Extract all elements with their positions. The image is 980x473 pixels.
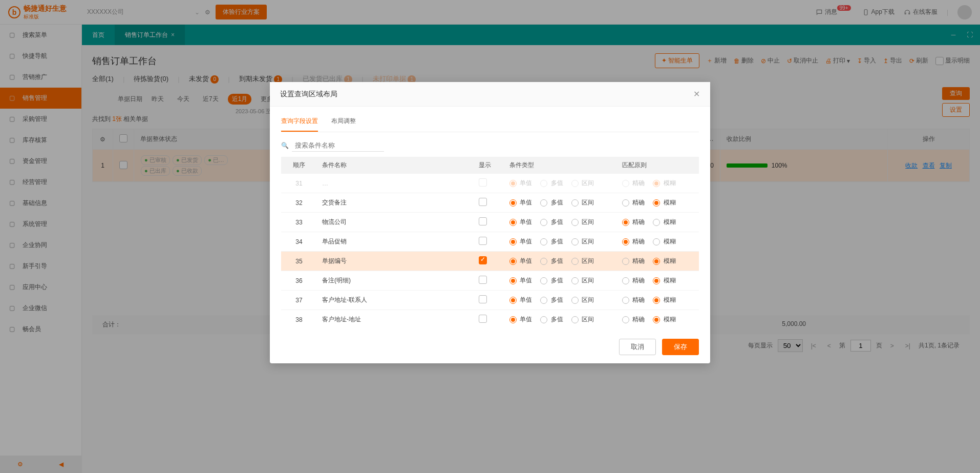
modal-title: 设置查询区域布局 [280,90,337,99]
show-toggle[interactable] [479,237,487,245]
show-toggle[interactable] [479,198,487,206]
config-row[interactable]: 34单品促销 单值 多值 区间 精确 模糊 [281,232,699,252]
show-toggle[interactable] [479,295,487,303]
modal-save-button[interactable]: 保存 [662,339,699,355]
config-table: 顺序 条件名称 显示 条件类型 匹配原则 [281,157,699,174]
show-toggle[interactable] [479,276,487,284]
config-row[interactable]: 37客户地址-联系人 单值 多值 区间 精确 模糊 [281,291,699,310]
config-row[interactable]: 32交货备注 单值 多值 区间 精确 模糊 [281,193,699,213]
show-toggle[interactable] [479,178,487,187]
search-icon: 🔍 [281,142,289,149]
modal-search-input[interactable] [292,139,384,152]
modal-close-icon[interactable]: ✕ [693,89,700,99]
query-layout-modal: 设置查询区域布局 ✕ 查询字段设置 布局调整 🔍 顺序 条件名称 显示 条件类型… [270,82,710,363]
show-toggle[interactable] [479,315,487,323]
show-toggle[interactable] [479,217,487,225]
modal-cancel-button[interactable]: 取消 [619,339,656,355]
config-row[interactable]: 38客户地址-地址 单值 多值 区间 精确 模糊 [281,310,699,328]
show-toggle[interactable] [479,256,487,264]
config-row[interactable]: 31… 单值 多值 区间 精确 模糊 [281,174,699,193]
config-row[interactable]: 36备注(明细) 单值 多值 区间 精确 模糊 [281,271,699,291]
config-row[interactable]: 35单据编号 单值 多值 区间 精确 模糊 [281,252,699,271]
config-row[interactable]: 33物流公司 单值 多值 区间 精确 模糊 [281,213,699,232]
modal-mask[interactable]: 设置查询区域布局 ✕ 查询字段设置 布局调整 🔍 顺序 条件名称 显示 条件类型… [0,0,980,473]
modal-tab-layout[interactable]: 布局调整 [331,114,356,132]
modal-tab-fields[interactable]: 查询字段设置 [281,114,318,132]
